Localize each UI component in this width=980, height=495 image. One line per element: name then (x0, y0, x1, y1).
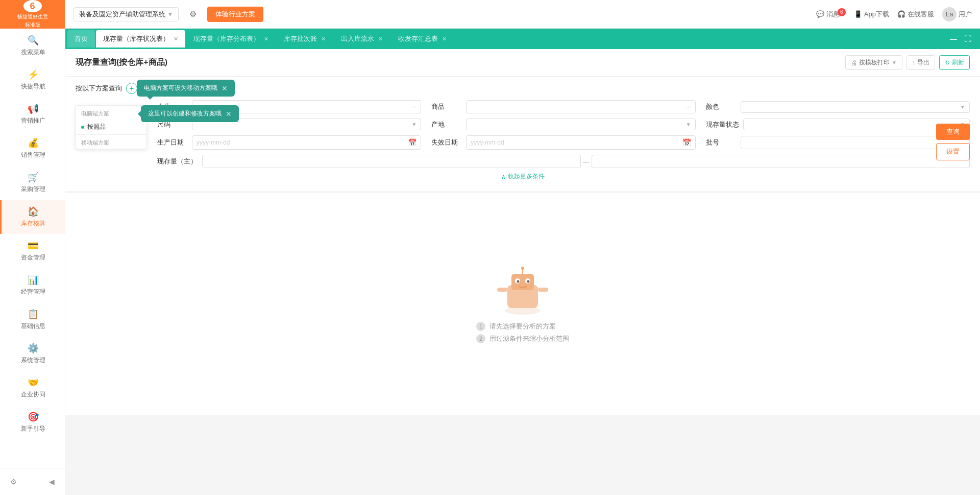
sidebar-item-sales[interactable]: 💰 销售管理 (0, 131, 65, 166)
filter-field-produce-date: 生产日期 yyyy-mm-dd 📅 (157, 135, 421, 150)
scheme-section-pc: 电脑端方案 (76, 106, 146, 120)
empty-steps: 1 请先选择要分析的方案 2 用过滤条件来缩小分析范围 (476, 322, 569, 343)
sidebar-item-label-basic: 基础信息 (21, 322, 45, 331)
sidebar-item-basic[interactable]: 📋 基础信息 (0, 302, 65, 337)
filter-fields: 仓库 ··· 商品 ··· 颜色 (157, 100, 970, 168)
scheme-item-pc[interactable]: 按照品 (76, 120, 146, 134)
batch-input[interactable] (741, 136, 970, 149)
bell-icon: 💬 (816, 10, 824, 18)
app-download-btn[interactable]: 📱 App下载 (854, 10, 889, 19)
print-btn[interactable]: 🖨 按模板打印 ▼ (845, 55, 902, 70)
tab-close-flow[interactable]: ✕ (378, 36, 383, 42)
sidebar-item-label-system: 系统管理 (21, 356, 45, 365)
sidebar-item-enterprise[interactable]: 🤝 企业协同 (0, 371, 65, 405)
svg-point-6 (527, 280, 530, 283)
system-icon: ⚙️ (28, 343, 39, 354)
filter-field-stock-status: 现存量状态 ▼ (706, 119, 970, 130)
stock-max-input[interactable] (592, 155, 970, 168)
filter-row-1: 仓库 ··· 商品 ··· 颜色 (157, 100, 970, 113)
tabs-actions: — ⛶ (947, 33, 978, 45)
filter-add-btn[interactable]: + (126, 83, 137, 94)
tab-fullscreen-btn[interactable]: ⛶ (962, 33, 974, 45)
empty-state-area: 1 请先选择要分析的方案 2 用过滤条件来缩小分析范围 (65, 193, 980, 415)
produce-date-cal-icon[interactable]: 📅 (408, 138, 416, 147)
filter-row-2: 尺码 ▼ 产地 ▼ 现存量状态 (157, 119, 970, 130)
refresh-icon: ↻ (945, 59, 950, 66)
solution-btn[interactable]: 体验行业方案 (207, 7, 263, 22)
guide-icon: 🎯 (28, 411, 39, 422)
chevron-print-icon: ▼ (892, 60, 897, 65)
user-menu[interactable]: Ea 用户 (942, 7, 972, 21)
system-selector[interactable]: 装备及固定资产辅助管理系统 ▼ (74, 7, 179, 21)
tab-summary[interactable]: 收发存汇总表 ✕ (391, 30, 454, 48)
inventory-icon: 🏠 (28, 206, 39, 217)
refresh-label: 刷新 (952, 58, 964, 67)
sidebar-item-management[interactable]: 📊 经营管理 (0, 268, 65, 302)
sidebar-item-inventory[interactable]: 🏠 库存核算 (0, 200, 65, 234)
fund-icon: 💳 (28, 240, 39, 251)
tooltip-scheme-mobile: 电脑方案可设为移动方案哦 ✕ (137, 80, 235, 97)
sidebar-item-marketing[interactable]: 📢 营销推广 (0, 97, 65, 131)
tab-close-stock-status[interactable]: ✕ (174, 36, 178, 42)
sidebar-item-quick[interactable]: ⚡ 快捷导航 (0, 63, 65, 97)
sidebar-logo: 6 畅捷通好生意 标准版 (0, 0, 65, 29)
print-icon: 🖨 (851, 59, 857, 66)
tab-stock-dist[interactable]: 现存量（库存分布表） ✕ (186, 30, 276, 48)
message-btn[interactable]: 💬 消息 6 (816, 10, 846, 19)
export-icon: ↑ (912, 59, 915, 66)
export-btn[interactable]: ↑ 导出 (906, 55, 935, 70)
empty-state: 1 请先选择要分析的方案 2 用过滤条件来缩小分析范围 (65, 224, 980, 384)
tooltip-scheme-mobile-close[interactable]: ✕ (222, 84, 228, 92)
expire-date-cal-icon[interactable]: 📅 (682, 138, 691, 147)
tooltip-scheme-edit-close[interactable]: ✕ (226, 110, 232, 118)
empty-step-1: 1 请先选择要分析的方案 (476, 322, 569, 331)
print-label: 按模板打印 (859, 58, 890, 67)
chevron-down-icon: ▼ (167, 11, 173, 17)
tooltip-scheme-edit-text: 这里可以创建和修改方案哦 (148, 109, 222, 118)
filter-row-3: 生产日期 yyyy-mm-dd 📅 失效日期 yyyy-mm-dd 📅 (157, 135, 970, 150)
sidebar-item-guide[interactable]: 🎯 新手引导 (0, 405, 65, 439)
tab-stock-status[interactable]: 现存量（库存状况表） ✕ (96, 30, 185, 48)
export-label: 导出 (917, 58, 929, 67)
stock-min-input[interactable] (202, 155, 581, 168)
tab-close-summary[interactable]: ✕ (442, 36, 447, 42)
search-reset-group: 查询 设置 (936, 124, 970, 160)
filter-area: 按以下方案查询 + ✎ ← 电脑方案可设为移动方案哦 ✕ 电脑端方案 按照品 移… (65, 77, 980, 191)
tooltip-scheme-edit: 这里可以创建和修改方案哦 ✕ (141, 105, 239, 122)
page-header-actions: 🖨 按模板打印 ▼ ↑ 导出 ↻ 刷新 (845, 55, 970, 70)
reset-btn[interactable]: 设置 (936, 143, 970, 160)
settings-gear-btn[interactable]: ⚙ (185, 6, 201, 22)
sidebar-item-fund[interactable]: 💳 资金管理 (0, 234, 65, 268)
goods-dots[interactable]: ··· (686, 103, 691, 110)
tab-flow[interactable]: 出入库流水 ✕ (334, 30, 390, 48)
sidebar-item-search[interactable]: 🔍 搜索菜单 (0, 29, 65, 63)
sidebar-item-system[interactable]: ⚙️ 系统管理 (0, 337, 65, 371)
settings-icon[interactable]: ⚙ (6, 475, 20, 489)
collapse-bar[interactable]: ∧ 收起更多条件 (76, 168, 970, 183)
topbar-right: 💬 消息 6 📱 App下载 🎧 在线客服 Ea 用户 (816, 7, 972, 21)
tab-close-batch[interactable]: ✕ (321, 36, 326, 42)
search-btn[interactable]: 查询 (936, 124, 970, 140)
filter-row-4: 现存量（主） — (157, 155, 970, 168)
online-support-label: 在线客服 (908, 10, 934, 19)
sidebar-item-label-enterprise: 企业协同 (21, 390, 45, 399)
tab-close-stock-dist[interactable]: ✕ (264, 36, 268, 42)
user-label: 用户 (959, 10, 972, 19)
sidebar-nav: 🔍 搜索菜单 ⚡ 快捷导航 📢 营销推广 💰 销售管理 🛒 采购管理 🏠 库存核… (0, 29, 65, 468)
tab-batch[interactable]: 库存批次账 ✕ (277, 30, 333, 48)
sidebar-item-label-inventory: 库存核算 (21, 219, 45, 228)
tab-home[interactable]: 首页 (67, 30, 95, 48)
headset-icon: 🎧 (897, 10, 905, 18)
collapse-sidebar-btn[interactable]: ◀ (44, 475, 59, 489)
online-support-btn[interactable]: 🎧 在线客服 (897, 10, 934, 19)
warehouse-dots[interactable]: ··· (411, 103, 416, 110)
sidebar-item-label-purchase: 采购管理 (21, 185, 45, 194)
tab-minimize-btn[interactable]: — (947, 33, 960, 45)
refresh-btn[interactable]: ↻ 刷新 (939, 55, 970, 70)
scheme-dot (81, 126, 84, 129)
filter-field-origin: 产地 ▼ (431, 119, 695, 130)
sidebar-item-purchase[interactable]: 🛒 采购管理 (0, 166, 65, 200)
logo-text: 畅捷通好生意 (17, 13, 48, 20)
sidebar: 6 畅捷通好生意 标准版 🔍 搜索菜单 ⚡ 快捷导航 📢 营销推广 💰 销售管理… (0, 0, 65, 495)
empty-illustration (492, 265, 553, 316)
